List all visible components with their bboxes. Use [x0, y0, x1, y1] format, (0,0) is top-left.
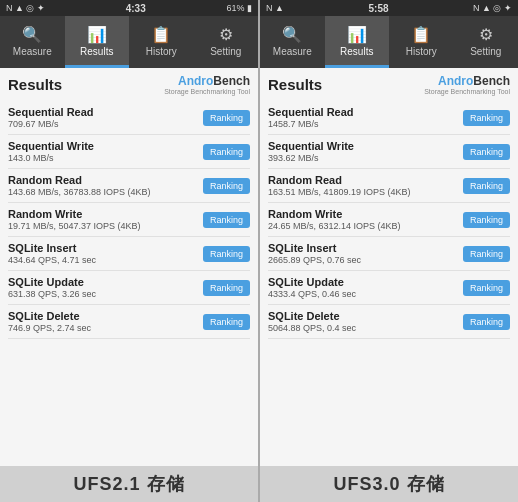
nav-item-history[interactable]: 📋History	[389, 16, 454, 68]
bench-info: Sequential Write393.62 MB/s	[268, 140, 457, 163]
nav-label-results: Results	[80, 46, 113, 57]
top-bar: N ▲ ◎ ✦4:3361% ▮	[0, 0, 258, 16]
nav-item-history[interactable]: 📋History	[129, 16, 194, 68]
andro-logo: AndroBenchStorage Benchmarking Tool	[164, 74, 250, 95]
panel-left: N ▲ ◎ ✦4:3361% ▮🔍Measure📊Results📋History…	[0, 0, 260, 466]
bench-value: 5064.88 QPS, 0.4 sec	[268, 323, 457, 333]
bench-info: Sequential Read709.67 MB/s	[8, 106, 197, 129]
bench-name: SQLite Update	[8, 276, 197, 288]
bench-row: Random Read163.51 MB/s, 41809.19 IOPS (4…	[268, 169, 510, 203]
ranking-button[interactable]: Ranking	[463, 314, 510, 330]
bench-name: Random Read	[8, 174, 197, 186]
bench-name: Random Write	[8, 208, 197, 220]
bottom-label-right: UFS3.0 存储	[260, 466, 518, 502]
top-bar-right-icons: 61% ▮	[226, 3, 252, 13]
results-header: ResultsAndroBenchStorage Benchmarking To…	[8, 74, 250, 95]
nav-icon-history: 📋	[151, 25, 171, 44]
nav-item-setting[interactable]: ⚙Setting	[194, 16, 259, 68]
ranking-button[interactable]: Ranking	[203, 212, 250, 228]
bench-info: Sequential Read1458.7 MB/s	[268, 106, 457, 129]
nav-icon-setting: ⚙	[479, 25, 493, 44]
nav-label-results: Results	[340, 46, 373, 57]
bench-row: SQLite Delete5064.88 QPS, 0.4 secRanking	[268, 305, 510, 339]
nav-icon-measure: 🔍	[22, 25, 42, 44]
bench-value: 4333.4 QPS, 0.46 sec	[268, 289, 457, 299]
bench-value: 434.64 QPS, 4.71 sec	[8, 255, 197, 265]
bench-value: 746.9 QPS, 2.74 sec	[8, 323, 197, 333]
bench-name: Sequential Read	[268, 106, 457, 118]
bench-value: 393.62 MB/s	[268, 153, 457, 163]
bottom-label-left: UFS2.1 存储	[0, 466, 260, 502]
ranking-button[interactable]: Ranking	[463, 280, 510, 296]
nav-icon-measure: 🔍	[282, 25, 302, 44]
top-bar-right-icons: N ▲ ◎ ✦	[473, 3, 512, 13]
bench-info: SQLite Insert2665.89 QPS, 0.76 sec	[268, 242, 457, 265]
ranking-button[interactable]: Ranking	[203, 144, 250, 160]
bench-name: SQLite Insert	[268, 242, 457, 254]
bench-name: SQLite Delete	[268, 310, 457, 322]
bench-info: Random Write24.65 MB/s, 6312.14 IOPS (4K…	[268, 208, 457, 231]
bench-row: Random Write24.65 MB/s, 6312.14 IOPS (4K…	[268, 203, 510, 237]
ranking-button[interactable]: Ranking	[463, 144, 510, 160]
bench-row: SQLite Update4333.4 QPS, 0.46 secRanking	[268, 271, 510, 305]
ranking-button[interactable]: Ranking	[463, 246, 510, 262]
bench-name: SQLite Delete	[8, 310, 197, 322]
andro-logo-main: AndroBench	[178, 74, 250, 88]
bench-value: 19.71 MB/s, 5047.37 IOPS (4KB)	[8, 221, 197, 231]
time-display: 4:33	[126, 3, 146, 14]
top-bar-left-icons: N ▲	[266, 3, 284, 13]
bench-row: Sequential Read709.67 MB/sRanking	[8, 101, 250, 135]
nav-item-results[interactable]: 📊Results	[325, 16, 390, 68]
bench-info: SQLite Delete746.9 QPS, 2.74 sec	[8, 310, 197, 333]
ranking-button[interactable]: Ranking	[463, 212, 510, 228]
results-title: Results	[8, 76, 62, 93]
bench-row: SQLite Insert2665.89 QPS, 0.76 secRankin…	[268, 237, 510, 271]
bench-value: 709.67 MB/s	[8, 119, 197, 129]
bench-info: SQLite Update4333.4 QPS, 0.46 sec	[268, 276, 457, 299]
ranking-button[interactable]: Ranking	[203, 246, 250, 262]
bench-row: SQLite Insert434.64 QPS, 4.71 secRanking	[8, 237, 250, 271]
nav-label-history: History	[146, 46, 177, 57]
bench-info: Random Write19.71 MB/s, 5047.37 IOPS (4K…	[8, 208, 197, 231]
bench-row: Random Write19.71 MB/s, 5047.37 IOPS (4K…	[8, 203, 250, 237]
ranking-button[interactable]: Ranking	[203, 280, 250, 296]
ranking-button[interactable]: Ranking	[203, 314, 250, 330]
content-area: ResultsAndroBenchStorage Benchmarking To…	[260, 68, 518, 466]
nav-icon-setting: ⚙	[219, 25, 233, 44]
bench-row: Sequential Write143.0 MB/sRanking	[8, 135, 250, 169]
bench-value: 143.68 MB/s, 36783.88 IOPS (4KB)	[8, 187, 197, 197]
andro-logo-main: AndroBench	[438, 74, 510, 88]
bench-info: Random Read163.51 MB/s, 41809.19 IOPS (4…	[268, 174, 457, 197]
bench-info: SQLite Insert434.64 QPS, 4.71 sec	[8, 242, 197, 265]
nav-label-setting: Setting	[470, 46, 501, 57]
bottom-row: UFS2.1 存储UFS3.0 存储	[0, 466, 518, 502]
bench-info: SQLite Update631.38 QPS, 3.26 sec	[8, 276, 197, 299]
bench-value: 163.51 MB/s, 41809.19 IOPS (4KB)	[268, 187, 457, 197]
ranking-button[interactable]: Ranking	[203, 178, 250, 194]
nav-item-results[interactable]: 📊Results	[65, 16, 130, 68]
nav-label-setting: Setting	[210, 46, 241, 57]
bench-name: Sequential Read	[8, 106, 197, 118]
nav-label-history: History	[406, 46, 437, 57]
bench-value: 24.65 MB/s, 6312.14 IOPS (4KB)	[268, 221, 457, 231]
bench-row: SQLite Delete746.9 QPS, 2.74 secRanking	[8, 305, 250, 339]
bench-name: Random Read	[268, 174, 457, 186]
results-title: Results	[268, 76, 322, 93]
bench-value: 631.38 QPS, 3.26 sec	[8, 289, 197, 299]
ranking-button[interactable]: Ranking	[463, 178, 510, 194]
ranking-button[interactable]: Ranking	[203, 110, 250, 126]
nav-item-measure[interactable]: 🔍Measure	[0, 16, 65, 68]
bench-info: Random Read143.68 MB/s, 36783.88 IOPS (4…	[8, 174, 197, 197]
nav-item-measure[interactable]: 🔍Measure	[260, 16, 325, 68]
panels-container: N ▲ ◎ ✦4:3361% ▮🔍Measure📊Results📋History…	[0, 0, 518, 466]
bench-row: Sequential Read1458.7 MB/sRanking	[268, 101, 510, 135]
ranking-button[interactable]: Ranking	[463, 110, 510, 126]
nav-bar: 🔍Measure📊Results📋History⚙Setting	[0, 16, 258, 68]
andro-logo: AndroBenchStorage Benchmarking Tool	[424, 74, 510, 95]
nav-item-setting[interactable]: ⚙Setting	[454, 16, 519, 68]
nav-label-measure: Measure	[273, 46, 312, 57]
top-bar: N ▲5:58N ▲ ◎ ✦	[260, 0, 518, 16]
bench-name: Random Write	[268, 208, 457, 220]
bench-info: SQLite Delete5064.88 QPS, 0.4 sec	[268, 310, 457, 333]
bench-name: SQLite Update	[268, 276, 457, 288]
